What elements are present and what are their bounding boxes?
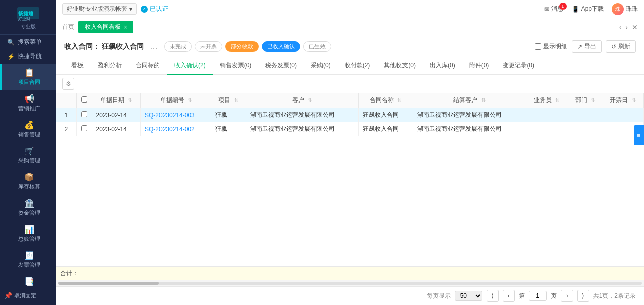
close-all-tabs-btn[interactable]: ✕: [632, 23, 638, 31]
sidebar: 畅捷通 好业财 专业版 🔍 搜索菜单 ⚡ 快捷导航 📋 项目合同 📢 营销推广 …: [0, 0, 56, 305]
tab-target[interactable]: 合同标的: [129, 57, 167, 75]
phone-icon: 📱: [572, 6, 579, 13]
prev-tab-btn[interactable]: ‹: [619, 23, 622, 31]
sidebar-item-project[interactable]: 📋 项目合同: [0, 64, 56, 90]
tab-inout[interactable]: 出入库(0): [423, 57, 462, 75]
col-contract-header[interactable]: 合同名称 ⇅: [359, 93, 413, 108]
status-uninvoiced-btn[interactable]: 未开票: [195, 41, 222, 52]
contract-board-tab[interactable]: 收入合同看板 ×: [78, 21, 133, 33]
sidebar-item-general[interactable]: 📊 总账管理: [0, 221, 56, 247]
close-tab-btn[interactable]: ×: [124, 24, 127, 31]
next-page-btn[interactable]: ›: [561, 290, 573, 302]
float-action-btn[interactable]: ≡: [634, 125, 644, 145]
order-link-1[interactable]: SQ-20230214-003: [145, 112, 195, 119]
tab-kanban[interactable]: 看板: [64, 57, 91, 75]
total-label: 合计：: [60, 269, 78, 278]
message-badge: 1: [559, 3, 567, 10]
column-settings-btn[interactable]: ⚙: [62, 78, 74, 90]
first-page-btn[interactable]: ⟨: [487, 290, 499, 302]
sidebar-item-sales[interactable]: 💰 销售管理: [0, 116, 56, 142]
order-link-2[interactable]: SQ-20230214-002: [145, 126, 195, 133]
col-date-header[interactable]: 单据日期 ⇅: [92, 93, 140, 108]
sidebar-item-purchase[interactable]: 🛒 采购管理: [0, 142, 56, 168]
show-detail-checkbox[interactable]: [535, 43, 541, 50]
cancel-pin-item[interactable]: 📌 取消固定: [0, 289, 56, 302]
col-salesman-header[interactable]: 业务员 ⇅: [526, 93, 568, 108]
user-avatar-btn[interactable]: 珠 珠珠: [612, 3, 638, 15]
per-page-select[interactable]: 50 100 200: [455, 291, 482, 301]
app-download-btn[interactable]: 📱 App下载: [572, 5, 604, 13]
next-tab-btn[interactable]: ›: [625, 23, 628, 31]
tab-sales-invoice[interactable]: 销售发票(0): [213, 57, 259, 75]
tab-nav-buttons: ‹ › ✕: [619, 23, 638, 31]
refresh-btn[interactable]: ↺ 刷新: [606, 40, 636, 53]
table-row[interactable]: 2 2023-02-14 SQ-20230214-002 狂飙 湖南卫视商业运营…: [56, 122, 644, 136]
search-menu-item[interactable]: 🔍 搜索菜单: [0, 35, 56, 49]
scroll-thumb[interactable]: [58, 282, 159, 285]
sidebar-item-tax[interactable]: 📑 税务管理: [0, 273, 56, 286]
col-project-header[interactable]: 项目 ⇅: [211, 93, 246, 108]
horizontal-scrollbar[interactable]: [56, 280, 644, 286]
company-selector[interactable]: 好业财专业版演示帐套 ▾: [62, 3, 137, 15]
col-billing-date-header[interactable]: 开票日 ⇅: [602, 93, 644, 108]
tab-other[interactable]: 其他收支(0): [377, 57, 423, 75]
page-unit: 页: [551, 292, 557, 300]
tab-tax-invoice[interactable]: 税务发票(0): [258, 57, 304, 75]
tab-purchase[interactable]: 采购(0): [304, 57, 338, 75]
tab-attachment[interactable]: 附件(0): [462, 57, 496, 75]
tab-change[interactable]: 变更记录(0): [496, 57, 541, 75]
table-body: 1 2023-02-14 SQ-20230214-003 狂飙 湖南卫视商业运营…: [56, 108, 644, 136]
row-billing-customer-1: 湖南卫视商业运营发展有限公司: [413, 108, 526, 122]
row-customer-1: 湖南卫视商业运营发展有限公司: [246, 108, 358, 122]
status-effective-btn[interactable]: 已生效: [303, 41, 331, 52]
header-right: ✉ 1 消息 📱 App下载 珠 珠珠: [544, 3, 638, 15]
sidebar-item-inventory[interactable]: 📦 库存核算: [0, 168, 56, 194]
row-order-2[interactable]: SQ-20230214-002: [140, 122, 211, 136]
col-department-header[interactable]: 部门 ⇅: [568, 93, 602, 108]
status-incomplete-btn[interactable]: 未完成: [164, 41, 192, 52]
sub-tabs: 看板 盈利分析 合同标的 收入确认(2) 销售发票(0) 税务发票(0) 采购(…: [56, 57, 644, 75]
row-customer-2: 湖南卫视商业运营发展有限公司: [246, 122, 358, 136]
tab-confirm[interactable]: 收入确认(2): [167, 57, 213, 75]
status-partial-btn[interactable]: 部分收款: [225, 41, 259, 52]
show-detail-toggle[interactable]: 显示明细: [535, 42, 568, 51]
avatar-text: 珠: [615, 6, 620, 13]
last-page-btn[interactable]: ⟩: [577, 290, 589, 302]
table-row[interactable]: 1 2023-02-14 SQ-20230214-003 狂飙 湖南卫视商业运营…: [56, 108, 644, 122]
sidebar-item-label: 资金管理: [18, 209, 40, 217]
col-order-no-header[interactable]: 单据编号 ⇅: [140, 93, 211, 108]
export-btn[interactable]: ↗ 导出: [572, 40, 602, 53]
avatar: 珠: [612, 3, 624, 15]
more-options-btn[interactable]: …: [150, 42, 158, 51]
page-number-input[interactable]: [529, 291, 547, 301]
row-order-1[interactable]: SQ-20230214-003: [140, 108, 211, 122]
row-department-1: [568, 108, 602, 122]
tab-profit[interactable]: 盈利分析: [91, 57, 129, 75]
tax-icon: 📑: [24, 277, 34, 286]
col-billing-customer-header[interactable]: 结算客户 ⇅: [413, 93, 526, 108]
sidebar-item-label: 发票管理: [18, 261, 40, 269]
sidebar-item-label: 采购管理: [18, 157, 40, 164]
tab-payment[interactable]: 收付款(2): [338, 57, 377, 75]
sidebar-item-invoice[interactable]: 🧾 发票管理: [0, 247, 56, 273]
select-all-checkbox[interactable]: [81, 96, 87, 103]
page-actions: 显示明细 ↗ 导出 ↺ 刷新: [535, 40, 636, 53]
invoice-icon: 🧾: [24, 251, 34, 260]
top-header: 好业财专业版演示帐套 ▾ 已认证 ✉ 1 消息 📱 App下载 珠 珠珠: [56, 0, 644, 18]
quick-nav-item[interactable]: ⚡ 快捷导航: [0, 49, 56, 64]
status-confirmed-btn[interactable]: 已收入确认: [262, 41, 300, 52]
page-label: 第: [519, 292, 525, 300]
row-billing-date-1: [602, 108, 644, 122]
project-icon: 📋: [24, 68, 34, 77]
sidebar-item-marketing[interactable]: 📢 营销推广: [0, 90, 56, 116]
prev-page-btn[interactable]: ‹: [503, 290, 515, 302]
sidebar-bottom: 📌 取消固定: [0, 286, 56, 305]
logo-subtitle: 专业版: [21, 23, 36, 30]
table-wrapper[interactable]: 单据日期 ⇅ 单据编号 ⇅ 项目 ⇅ 客户 ⇅ 合同名称 ⇅ 结算客户 ⇅ 业务…: [56, 93, 644, 266]
row-check-1[interactable]: [76, 108, 92, 122]
message-btn[interactable]: ✉ 1 消息: [544, 5, 564, 13]
sidebar-item-funds[interactable]: 🏦 资金管理: [0, 194, 56, 221]
home-tab[interactable]: 首页: [62, 23, 74, 31]
col-customer-header[interactable]: 客户 ⇅: [246, 93, 358, 108]
row-check-2[interactable]: [76, 122, 92, 136]
